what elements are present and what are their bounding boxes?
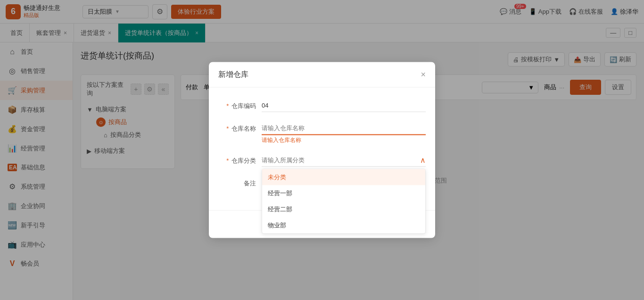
code-field-row: * 仓库编码 [218, 99, 426, 112]
dialog-close-button[interactable]: × [421, 70, 426, 80]
dropdown-item-dept1[interactable]: 经营一部 [262, 185, 425, 201]
dropdown-item-dept2[interactable]: 经营二部 [262, 201, 425, 217]
name-label: * 仓库名称 [218, 122, 256, 133]
name-required-mark: * [226, 125, 229, 132]
dropdown-item-dept3[interactable]: 物业部 [262, 217, 425, 233]
name-field-wrapper: 请输入仓库名称 [262, 122, 426, 144]
category-field-row: * 仓库分类 ∧ 未分类 经营一部 经营二部 物业部 [218, 154, 426, 167]
name-input[interactable] [262, 122, 426, 135]
dropdown-item-uncategorized[interactable]: 未分类 [262, 169, 425, 185]
note-label: 备注 [218, 176, 256, 188]
cat-required-mark: * [226, 157, 229, 164]
dialog-body: * 仓库编码 * 仓库名称 请输入仓库名称 * 仓库分类 ∧ [209, 88, 435, 210]
category-input[interactable] [262, 154, 426, 167]
name-field-row: * 仓库名称 请输入仓库名称 [218, 122, 426, 144]
category-select-wrapper: ∧ 未分类 经营一部 经营二部 物业部 [262, 154, 426, 167]
code-required-mark: * [226, 102, 229, 109]
category-arrow-icon[interactable]: ∧ [420, 156, 426, 165]
category-dropdown: 未分类 经营一部 经营二部 物业部 [262, 169, 426, 234]
code-label: * 仓库编码 [218, 99, 256, 110]
new-warehouse-dialog: 新增仓库 × * 仓库编码 * 仓库名称 请输入仓库名称 * [209, 62, 435, 238]
dialog-title: 新增仓库 [218, 70, 248, 80]
name-error-hint: 请输入仓库名称 [262, 136, 426, 144]
code-input[interactable] [262, 99, 426, 112]
dialog-header: 新增仓库 × [209, 62, 435, 88]
category-label: * 仓库分类 [218, 154, 256, 165]
